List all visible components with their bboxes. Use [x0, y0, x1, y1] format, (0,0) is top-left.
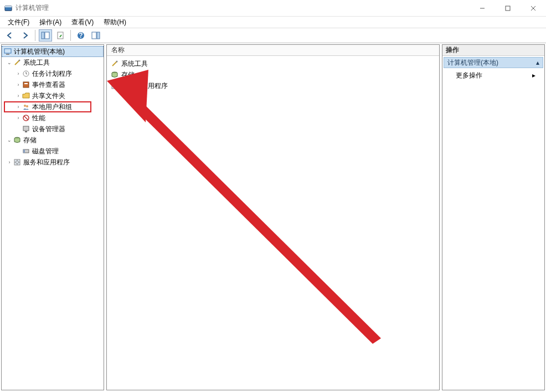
tree-performance[interactable]: › 性能 [2, 112, 104, 123]
svg-point-15 [19, 60, 20, 61]
expand-icon[interactable]: › [15, 71, 22, 76]
action-more-label: 更多操作 [456, 71, 482, 80]
tree-services-apps[interactable]: › 服务和应用程序 [2, 157, 104, 168]
list-row-services-apps[interactable]: 服务和应用程序 [110, 80, 436, 91]
minimize-button[interactable] [470, 0, 495, 17]
menu-action[interactable]: 操作(A) [36, 17, 65, 28]
svg-rect-11 [92, 32, 96, 39]
computer-icon [3, 47, 12, 56]
tree-local-users-label: 本地用户和组 [32, 102, 72, 112]
properties-button[interactable] [54, 29, 67, 42]
tree-root[interactable]: 计算机管理(本地) [2, 46, 104, 57]
tree-device-manager[interactable]: 设备管理器 [2, 123, 104, 135]
toolbar-separator [35, 30, 35, 41]
svg-rect-13 [4, 49, 11, 53]
collapse-icon[interactable]: ⌄ [6, 60, 13, 65]
titlebar: 计算机管理 [0, 0, 546, 17]
toolbar: ? [0, 28, 546, 43]
tree-storage-label: 存储 [23, 136, 37, 145]
toolbar-separator [70, 30, 71, 41]
svg-rect-3 [506, 6, 510, 11]
show-tree-button[interactable] [39, 29, 52, 42]
svg-rect-1 [5, 6, 12, 7]
column-name: 名称 [111, 45, 125, 55]
collapse-icon[interactable]: ⌄ [6, 137, 13, 143]
tree-task-scheduler-label: 任务计划程序 [32, 69, 72, 79]
tree-system-tools-label: 系统工具 [23, 58, 50, 68]
show-action-pane-button[interactable] [89, 29, 102, 42]
tree-task-scheduler[interactable]: › 任务计划程序 [2, 68, 104, 79]
action-more[interactable]: 更多操作 ▸ [442, 69, 544, 81]
list-body: 系统工具 存储 服务和应用程序 [107, 56, 439, 94]
forward-button[interactable] [18, 29, 32, 42]
action-context-label: 计算机管理(本地) [447, 58, 498, 68]
expand-icon[interactable]: › [15, 82, 22, 87]
tree-shared-folders[interactable]: › 共享文件夹 [2, 90, 104, 101]
tree-event-viewer[interactable]: › 事件查看器 [2, 79, 104, 90]
back-button[interactable] [3, 29, 17, 42]
services-icon [13, 158, 22, 167]
list-row-label: 存储 [121, 70, 135, 80]
tree-storage[interactable]: ⌄ 存储 [2, 135, 104, 146]
action-pane: 操作 计算机管理(本地) ▴ 更多操作 ▸ [442, 44, 545, 390]
close-button[interactable] [521, 0, 546, 17]
menu-help[interactable]: 帮助(H) [100, 17, 130, 28]
svg-rect-27 [23, 149, 25, 153]
action-context[interactable]: 计算机管理(本地) ▴ [444, 57, 543, 68]
expand-icon[interactable]: › [15, 115, 22, 121]
list-header[interactable]: 名称 [107, 45, 439, 56]
svg-text:?: ? [79, 32, 83, 39]
action-pane-header: 操作 [442, 45, 544, 56]
svg-rect-6 [42, 32, 44, 39]
expand-icon[interactable]: › [15, 104, 22, 110]
annotation-arrow [107, 45, 439, 388]
tree-local-users[interactable]: › 本地用户和组 [2, 101, 104, 112]
svg-point-20 [26, 105, 28, 107]
expand-icon[interactable]: › [15, 93, 22, 99]
svg-rect-14 [6, 54, 9, 55]
clock-icon [22, 69, 30, 78]
collapse-icon: ▴ [536, 59, 539, 66]
svg-rect-12 [97, 32, 100, 39]
expand-icon[interactable]: › [6, 159, 13, 165]
services-icon [110, 81, 119, 90]
tree-shared-folders-label: 共享文件夹 [32, 91, 65, 101]
window-controls [470, 0, 546, 17]
tools-icon [110, 59, 119, 68]
menu-file[interactable]: 文件(F) [4, 17, 33, 28]
svg-rect-23 [23, 126, 29, 131]
performance-icon [22, 114, 30, 122]
svg-rect-7 [45, 32, 49, 39]
body: 计算机管理(本地) ⌄ 系统工具 › 任务计划程序 › 事件查看器 › 共享文件 [0, 43, 546, 391]
tree-pane: 计算机管理(本地) ⌄ 系统工具 › 任务计划程序 › 事件查看器 › 共享文件 [1, 44, 104, 390]
storage-icon [110, 70, 119, 79]
tree: 计算机管理(本地) ⌄ 系统工具 › 任务计划程序 › 事件查看器 › 共享文件 [2, 45, 104, 169]
chevron-right-icon: ▸ [532, 71, 535, 79]
tree-disk-management[interactable]: 磁盘管理 [2, 146, 104, 157]
action-pane-header-label: 操作 [446, 45, 459, 55]
tree-disk-management-label: 磁盘管理 [32, 147, 59, 156]
svg-point-19 [24, 105, 26, 107]
svg-marker-34 [126, 95, 381, 344]
tree-services-apps-label: 服务和应用程序 [23, 158, 70, 167]
tree-system-tools[interactable]: ⌄ 系统工具 [2, 57, 104, 68]
list-row-label: 服务和应用程序 [121, 81, 168, 91]
svg-point-30 [116, 61, 118, 63]
list-row-system-tools[interactable]: 系统工具 [110, 58, 436, 69]
svg-rect-32 [112, 83, 117, 89]
list-pane: 名称 系统工具 存储 服务和应用程序 [106, 44, 440, 390]
tools-icon [13, 58, 22, 67]
help-button[interactable]: ? [74, 29, 87, 42]
tree-performance-label: 性能 [32, 114, 45, 123]
event-icon [22, 80, 30, 89]
folder-icon [22, 91, 30, 100]
menu-view[interactable]: 查看(V) [68, 17, 97, 28]
disk-icon [22, 147, 30, 156]
maximize-button[interactable] [495, 0, 521, 17]
list-row-label: 系统工具 [121, 59, 148, 69]
list-row-storage[interactable]: 存储 [110, 69, 436, 80]
tree-event-viewer-label: 事件查看器 [32, 80, 65, 90]
tree-root-label: 计算机管理(本地) [14, 47, 65, 56]
users-icon [22, 102, 30, 111]
device-icon [22, 125, 30, 133]
